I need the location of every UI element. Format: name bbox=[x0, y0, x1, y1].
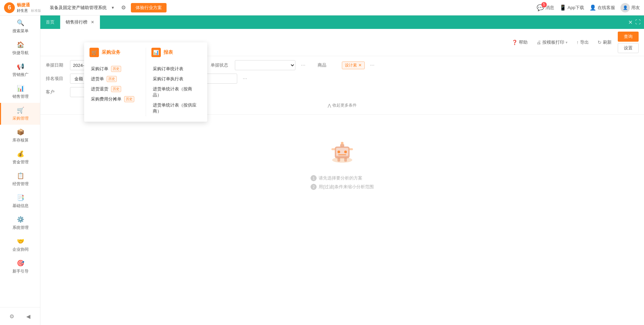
svg-rect-6 bbox=[340, 144, 344, 147]
report-col-header: 📊 报表 bbox=[151, 48, 202, 60]
empty-tip-1: 1 请先选择要分析的方案 bbox=[311, 175, 373, 181]
voucher-status-dots[interactable]: ··· bbox=[299, 62, 307, 68]
sidebar-item-search[interactable]: 🔍 搜索菜单 bbox=[0, 15, 40, 37]
help-icon: ❓ bbox=[512, 40, 517, 45]
sidebar-settings-btn[interactable]: ⚙ bbox=[6, 311, 17, 322]
goods-tag: 设计素 ✕ bbox=[342, 62, 365, 69]
main-layout: 🔍 搜索菜单 🏠 快捷导航 📢 营销推广 📊 销售管理 🛒 采购管理 📦 库存核… bbox=[0, 15, 644, 325]
sidebar-item-marketing[interactable]: 📢 营销推广 bbox=[0, 59, 40, 81]
empty-tips: 1 请先选择要分析的方案 2 用[过滤]条件来缩小分析范围 bbox=[311, 175, 373, 190]
dropdown-cols: 🛒 采购业务 采购订单 历史 进货单 历史 进货退货 bbox=[90, 48, 202, 116]
history-badge-1: 历史 bbox=[111, 66, 121, 72]
export-icon: ↑ bbox=[576, 40, 579, 45]
logo-text: 畅捷通 好生意 标准版 bbox=[17, 2, 41, 13]
dropdown-item-report-3[interactable]: 进货单统计表（按商品） bbox=[151, 84, 202, 100]
dropdown-item-report-1[interactable]: 采购订单统计表 bbox=[151, 64, 202, 74]
user-menu-btn[interactable]: 👤 用友 bbox=[620, 3, 640, 12]
sidebar-item-sales[interactable]: 📊 销售管理 bbox=[0, 81, 40, 103]
logo-sub: 好生意 标准版 bbox=[17, 8, 41, 13]
marketing-icon: 📢 bbox=[16, 63, 25, 71]
online-service-btn[interactable]: 👤 在线客服 bbox=[589, 4, 615, 11]
sidebar-item-coop[interactable]: 🤝 企业协同 bbox=[0, 234, 40, 256]
sidebar-collapse-btn[interactable]: ◀ bbox=[23, 311, 34, 322]
empty-state: 1 请先选择要分析的方案 2 用[过滤]条件来缩小分析范围 bbox=[40, 115, 644, 210]
home-icon: 🏠 bbox=[16, 41, 25, 49]
print-icon: 🖨 bbox=[536, 40, 541, 45]
col-divider bbox=[146, 48, 146, 116]
purchase-col-header: 🛒 采购业务 bbox=[90, 48, 140, 60]
newbie-icon: 🎯 bbox=[16, 259, 25, 267]
history-badge-4: 历史 bbox=[124, 96, 134, 102]
base-icon: 📑 bbox=[16, 194, 25, 202]
customer-label: 客户 bbox=[46, 89, 66, 95]
sidebar-item-inventory[interactable]: 📦 库存核算 bbox=[0, 125, 40, 147]
svg-point-3 bbox=[337, 151, 340, 153]
sidebar-bottom: ⚙ ◀ bbox=[0, 307, 40, 325]
goods-dots[interactable]: ··· bbox=[369, 62, 376, 68]
svg-rect-8 bbox=[337, 158, 340, 162]
export-btn[interactable]: ↑ 导出 bbox=[574, 38, 592, 47]
refresh-btn[interactable]: ↻ 刷新 bbox=[595, 38, 614, 47]
setting-btn[interactable]: 设置 bbox=[618, 43, 639, 53]
dropdown-item-purchase-order[interactable]: 采购订单 历史 bbox=[90, 64, 140, 74]
sidebar: 🔍 搜索菜单 🏠 快捷导航 📢 营销推广 📊 销售管理 🛒 采购管理 📦 库存核… bbox=[0, 15, 40, 325]
sidebar-item-operations[interactable]: 📋 经营管理 bbox=[0, 168, 40, 190]
help-btn[interactable]: ❓ 帮助 bbox=[509, 38, 530, 47]
goods-label: 商品 bbox=[318, 62, 338, 68]
purchase-col-icon: 🛒 bbox=[90, 48, 99, 57]
empty-illustration bbox=[325, 135, 359, 168]
purchase-icon: 🛒 bbox=[16, 106, 25, 114]
messages-badge: 5 bbox=[541, 2, 547, 7]
sidebar-item-newbie[interactable]: 🎯 新手引导 bbox=[0, 256, 40, 278]
rank-label: 排名项目 bbox=[46, 76, 66, 82]
date-label: 单据日期 bbox=[46, 62, 66, 68]
history-badge-3: 历史 bbox=[111, 86, 121, 92]
dropdown-item-report-2[interactable]: 采购订单执行表 bbox=[151, 74, 202, 84]
messages-btn[interactable]: 💬 5 消息 bbox=[537, 4, 554, 11]
tab-bar: 首页 销售排行榜 ✕ ✕ ⛶ bbox=[40, 15, 644, 29]
operations-icon: 📋 bbox=[16, 172, 25, 180]
report-col-icon: 📊 bbox=[151, 48, 161, 57]
query-btn[interactable]: 查询 bbox=[618, 32, 639, 42]
tab-sales-rank[interactable]: 销售排行榜 ✕ bbox=[60, 15, 100, 29]
dropdown-item-return[interactable]: 进货退货 历史 bbox=[90, 84, 140, 94]
salesperson-dots[interactable]: ··· bbox=[241, 76, 248, 82]
tab-home[interactable]: 首页 bbox=[40, 15, 60, 29]
finance-icon: 💰 bbox=[16, 150, 25, 158]
header-middle: 装备及固定资产辅助管理系统 ▾ ⚙ 体验行业方案 bbox=[44, 3, 537, 12]
dropdown-item-incoming[interactable]: 进货单 历史 bbox=[90, 74, 140, 84]
tab-close-btn[interactable]: ✕ bbox=[91, 20, 94, 25]
app-download-btn[interactable]: 📱 App下载 bbox=[560, 4, 584, 11]
page-content: ❓ 帮助 🖨 按模板打印 ▾ ↑ 导出 ↻ 刷新 查询 bbox=[40, 29, 644, 325]
tab-close-all-btn[interactable]: ✕ bbox=[628, 19, 633, 26]
svg-rect-5 bbox=[338, 154, 346, 155]
print-btn[interactable]: 🖨 按模板打印 ▾ bbox=[534, 38, 570, 47]
inventory-icon: 📦 bbox=[16, 128, 25, 136]
history-badge-2: 历史 bbox=[107, 76, 117, 82]
tab-expand-btn[interactable]: ⛶ bbox=[635, 19, 641, 25]
search-icon: 🔍 bbox=[16, 19, 25, 27]
sidebar-item-purchase[interactable]: 🛒 采购管理 bbox=[0, 103, 40, 125]
tab-bar-right: ✕ ⛶ bbox=[625, 15, 644, 29]
system-title: 装备及固定资产辅助管理系统 bbox=[50, 5, 107, 11]
chevron-up-icon: ⋀ bbox=[328, 103, 331, 108]
voucher-status-select[interactable] bbox=[235, 60, 295, 70]
avatar: 👤 bbox=[620, 3, 630, 12]
sidebar-item-finance[interactable]: 💰 资金管理 bbox=[0, 147, 40, 168]
dropdown-item-report-4[interactable]: 进货单统计表（按供应商） bbox=[151, 100, 202, 116]
voucher-status-label: 单据状态 bbox=[211, 62, 231, 68]
sidebar-item-system[interactable]: ⚙️ 系统管理 bbox=[0, 212, 40, 234]
goods-tag-close[interactable]: ✕ bbox=[358, 63, 362, 68]
coop-icon: 🤝 bbox=[16, 237, 25, 245]
dropdown-item-expense[interactable]: 采购费用分摊单 历史 bbox=[90, 94, 140, 104]
system-dropdown-btn[interactable]: ▾ bbox=[109, 4, 116, 11]
empty-tip-2: 2 用[过滤]条件来缩小分析范围 bbox=[311, 184, 373, 190]
dropdown-col-purchase: 🛒 采购业务 采购订单 历史 进货单 历史 进货退货 bbox=[90, 48, 140, 116]
print-dropdown-icon[interactable]: ▾ bbox=[566, 40, 568, 45]
industry-btn[interactable]: 体验行业方案 bbox=[131, 3, 167, 12]
sidebar-item-quicknav[interactable]: 🏠 快捷导航 bbox=[0, 37, 40, 59]
svg-point-7 bbox=[341, 142, 344, 145]
system-gear-btn[interactable]: ⚙ bbox=[119, 3, 128, 12]
sidebar-item-base[interactable]: 📑 基础信息 bbox=[0, 190, 40, 212]
refresh-icon: ↻ bbox=[598, 40, 602, 45]
